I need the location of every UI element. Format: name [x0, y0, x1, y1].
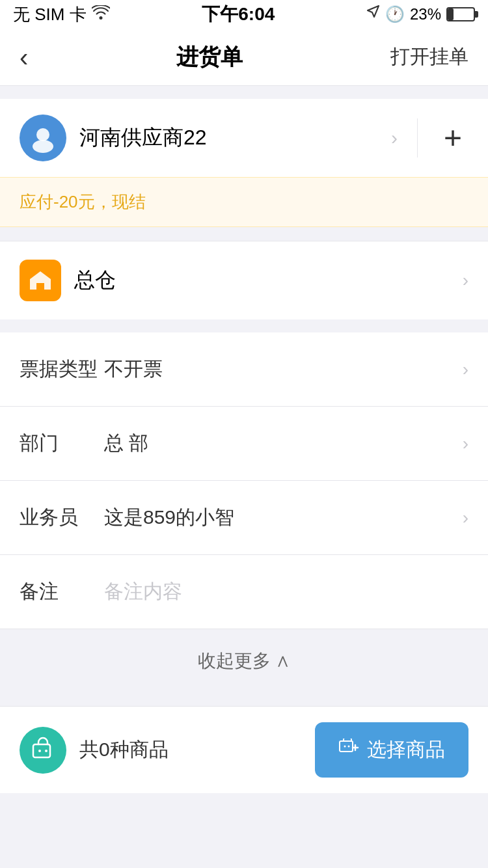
- bottom-bar: 共0种商品 选择商品: [0, 706, 488, 793]
- svg-point-7: [344, 746, 346, 748]
- battery-percent: 23%: [410, 5, 441, 23]
- select-product-icon: [338, 739, 359, 761]
- department-label: 部门: [20, 430, 98, 457]
- section-gap-2: [0, 227, 488, 240]
- salesperson-label: 业务员: [20, 504, 98, 531]
- location-icon: [367, 5, 380, 23]
- warehouse-icon: [20, 260, 61, 301]
- add-supplier-button[interactable]: +: [437, 122, 468, 154]
- svg-point-0: [36, 128, 49, 141]
- status-left: 无 SIM 卡: [13, 3, 110, 26]
- warehouse-name: 总仓: [74, 266, 450, 295]
- svg-rect-6: [340, 741, 353, 752]
- invoice-type-value: 不开票: [98, 356, 463, 383]
- warehouse-row[interactable]: 总仓 ›: [0, 241, 488, 319]
- salesperson-row[interactable]: 业务员 这是859的小智 ›: [0, 481, 488, 555]
- collapse-row[interactable]: 收起更多 ∧: [0, 629, 488, 693]
- back-button[interactable]: ‹: [20, 44, 28, 70]
- battery-fill: [448, 8, 454, 20]
- cart-icon-wrapper: [20, 727, 66, 774]
- remark-row[interactable]: 备注 备注内容: [0, 555, 488, 629]
- warehouse-chevron-icon: ›: [463, 270, 468, 291]
- svg-point-5: [45, 750, 47, 752]
- page-title: 进货单: [176, 42, 243, 72]
- status-right: 🕐 23%: [367, 5, 475, 23]
- salesperson-value: 这是859的小智: [98, 504, 463, 531]
- invoice-type-chevron-icon: ›: [463, 359, 468, 380]
- carrier-label: 无 SIM 卡: [13, 3, 87, 26]
- cart-icon: [29, 737, 57, 764]
- salesperson-chevron-icon: ›: [463, 508, 468, 528]
- product-count-label: 共0种商品: [79, 737, 302, 763]
- svg-point-4: [38, 750, 41, 752]
- department-value: 总 部: [98, 430, 463, 457]
- select-product-button[interactable]: 选择商品: [315, 722, 468, 778]
- form-section: 票据类型 不开票 › 部门 总 部 › 业务员 这是859的小智 › 备注 备注…: [0, 332, 488, 629]
- status-bar: 无 SIM 卡 下午6:04 🕐 23%: [0, 0, 488, 29]
- remark-label: 备注: [20, 578, 98, 605]
- department-chevron-icon: ›: [463, 433, 468, 454]
- svg-rect-3: [33, 744, 50, 757]
- alarm-icon: 🕐: [385, 5, 405, 23]
- collapse-label[interactable]: 收起更多 ∧: [198, 651, 291, 671]
- supplier-chevron-icon: ›: [391, 127, 398, 149]
- wifi-icon: [92, 5, 110, 23]
- department-row[interactable]: 部门 总 部 ›: [0, 407, 488, 481]
- status-time: 下午6:04: [202, 2, 275, 27]
- section-gap-1: [0, 86, 488, 99]
- svg-point-1: [33, 140, 53, 153]
- supplier-name[interactable]: 河南供应商22: [79, 124, 378, 152]
- supplier-avatar: [20, 115, 66, 161]
- notice-banner: 应付-20元，现结: [0, 177, 488, 227]
- invoice-type-label: 票据类型: [20, 356, 98, 383]
- nav-bar: ‹ 进货单 打开挂单: [0, 29, 488, 86]
- select-product-label: 选择商品: [367, 737, 445, 763]
- supplier-section: 河南供应商22 › +: [0, 99, 488, 177]
- page-background: [0, 793, 488, 868]
- avatar-icon: [27, 122, 59, 154]
- supplier-divider: [417, 118, 418, 157]
- svg-rect-2: [36, 283, 44, 290]
- svg-point-8: [348, 746, 350, 748]
- remark-input[interactable]: 备注内容: [98, 578, 468, 605]
- battery-icon: [446, 7, 475, 21]
- open-pending-button[interactable]: 打开挂单: [390, 44, 468, 70]
- notice-text: 应付-20元，现结: [20, 192, 146, 211]
- invoice-type-row[interactable]: 票据类型 不开票 ›: [0, 332, 488, 407]
